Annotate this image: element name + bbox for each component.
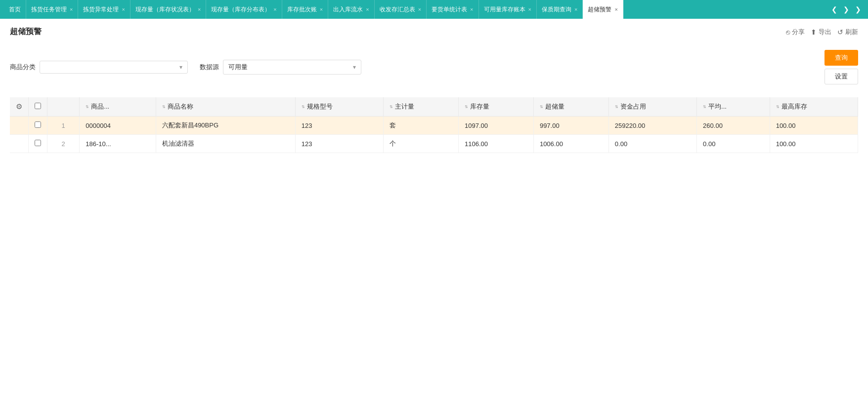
nav-tab-avail-account[interactable]: 可用量库存账本× bbox=[479, 0, 537, 19]
row-spec-1: 123 bbox=[295, 135, 383, 153]
row-overstock-qty-1: 1006.00 bbox=[533, 135, 608, 153]
nav-tab-home[interactable]: 首页 bbox=[4, 0, 26, 19]
datasource-label: 数据源 bbox=[200, 63, 219, 72]
nav-tab-exception-handle[interactable]: 拣货异常处理× bbox=[78, 0, 130, 19]
settings-button[interactable]: 设置 bbox=[825, 69, 858, 84]
col-header-gear[interactable]: ⚙ bbox=[10, 97, 29, 117]
row-stock-qty-1: 1106.00 bbox=[458, 135, 533, 153]
query-button[interactable]: 查询 bbox=[825, 50, 858, 66]
row-unit-1: 个 bbox=[384, 135, 459, 153]
close-tab-avail-account-icon[interactable]: × bbox=[528, 6, 531, 12]
table-row: 1 0000004 六配套新昌490BPG 123 套 1097.00 997.… bbox=[10, 117, 858, 135]
nav-tab-inventory-dist[interactable]: 现存量（库存分布表）× bbox=[206, 0, 282, 19]
close-tab-overstock-alert-icon[interactable]: × bbox=[614, 6, 617, 12]
row-checkbox-cell-0[interactable] bbox=[29, 117, 47, 135]
category-chevron-icon: ▾ bbox=[179, 64, 182, 71]
nav-tab-order-stats[interactable]: 要货单统计表× bbox=[427, 0, 478, 19]
row-max-stock-1: 100.00 bbox=[770, 135, 858, 153]
col-header-row-num bbox=[47, 97, 80, 117]
sort-icon-avg: ⇅ bbox=[703, 105, 706, 109]
share-icon: ⎋ bbox=[786, 28, 790, 36]
sort-icon-spec: ⇅ bbox=[302, 105, 305, 109]
col-header-product-code[interactable]: ⇅商品... bbox=[80, 97, 156, 117]
row-capital-occ-1: 0.00 bbox=[608, 135, 696, 153]
page-header: 超储预警 ⎋ 分享 ⬆ 导出 ↺ 刷新 bbox=[10, 27, 858, 37]
category-label: 商品分类 bbox=[10, 63, 36, 72]
data-table: ⚙ ⇅商品... ⇅商品名称 ⇅规格型号 ⇅主计量 bbox=[10, 97, 858, 153]
nav-tab-in-out-flow[interactable]: 出入库流水× bbox=[328, 0, 374, 19]
close-tab-order-stats-icon[interactable]: × bbox=[470, 6, 473, 12]
col-header-checkbox[interactable] bbox=[29, 97, 47, 117]
close-tab-batch-account-icon[interactable]: × bbox=[320, 6, 323, 12]
nav-prev-arrow[interactable]: ❮ bbox=[828, 0, 840, 19]
category-select[interactable]: ▾ bbox=[40, 61, 188, 74]
row-gear-cell-1 bbox=[10, 135, 29, 153]
close-tab-inventory-status-icon[interactable]: × bbox=[198, 6, 201, 12]
row-checkbox-cell-1[interactable] bbox=[29, 135, 47, 153]
row-stock-qty-0: 1097.00 bbox=[458, 117, 533, 135]
datasource-select[interactable]: 可用量 ▾ bbox=[223, 60, 361, 75]
page-container: 超储预警 ⎋ 分享 ⬆ 导出 ↺ 刷新 商品分类 ▾ 数据源 bbox=[0, 19, 868, 395]
col-header-product-name[interactable]: ⇅商品名称 bbox=[156, 97, 295, 117]
table-row: 2 186-10... 机油滤清器 123 个 1106.00 1006.00 … bbox=[10, 135, 858, 153]
sort-icon-overstock: ⇅ bbox=[540, 105, 543, 109]
table-header-row: ⚙ ⇅商品... ⇅商品名称 ⇅规格型号 ⇅主计量 bbox=[10, 97, 858, 117]
row-product-name-1: 机油滤清器 bbox=[156, 135, 295, 153]
row-avg-1: 0.00 bbox=[697, 135, 770, 153]
close-tab-task-mgmt-icon[interactable]: × bbox=[70, 6, 73, 12]
top-nav: 首页拣货任务管理×拣货异常处理×现存量（库存状况表）×现存量（库存分布表）×库存… bbox=[0, 0, 868, 19]
row-gear-cell-0 bbox=[10, 117, 29, 135]
share-button[interactable]: ⎋ 分享 bbox=[786, 28, 805, 37]
row-num-0: 1 bbox=[47, 117, 80, 135]
close-tab-exception-handle-icon[interactable]: × bbox=[122, 6, 125, 12]
row-num-1: 2 bbox=[47, 135, 80, 153]
page-actions: ⎋ 分享 ⬆ 导出 ↺ 刷新 bbox=[786, 28, 858, 37]
refresh-icon: ↺ bbox=[837, 28, 843, 36]
close-tab-quality-check-icon[interactable]: × bbox=[574, 6, 577, 12]
col-header-overstock-qty[interactable]: ⇅超储量 bbox=[533, 97, 608, 117]
row-overstock-qty-0: 997.00 bbox=[533, 117, 608, 135]
sort-icon-unit: ⇅ bbox=[390, 105, 393, 109]
nav-tab-inventory-status[interactable]: 现存量（库存状况表）× bbox=[130, 0, 206, 19]
row-product-code-0: 0000004 bbox=[80, 117, 156, 135]
datasource-value: 可用量 bbox=[228, 63, 248, 72]
row-checkbox-0[interactable] bbox=[35, 121, 41, 128]
export-icon: ⬆ bbox=[811, 28, 817, 36]
sort-icon-product-code: ⇅ bbox=[86, 105, 89, 109]
sort-icon-capital: ⇅ bbox=[615, 105, 618, 109]
col-header-max-stock[interactable]: ⇅最高库存 bbox=[770, 97, 858, 117]
page-title: 超储预警 bbox=[10, 27, 42, 37]
nav-tab-recv-send-summary[interactable]: 收发存汇总表× bbox=[375, 0, 427, 19]
row-avg-0: 260.00 bbox=[697, 117, 770, 135]
col-header-avg[interactable]: ⇅平均... bbox=[697, 97, 770, 117]
row-product-name-0: 六配套新昌490BPG bbox=[156, 117, 295, 135]
col-header-unit[interactable]: ⇅主计量 bbox=[384, 97, 459, 117]
row-checkbox-1[interactable] bbox=[35, 140, 41, 146]
filter-buttons: 查询 设置 bbox=[825, 50, 858, 84]
nav-tab-task-mgmt[interactable]: 拣货任务管理× bbox=[26, 0, 78, 19]
nav-next-arrow[interactable]: ❯ bbox=[840, 0, 852, 19]
sort-icon-max-stock: ⇅ bbox=[776, 105, 780, 109]
nav-more-arrow[interactable]: ❯ bbox=[852, 0, 864, 19]
nav-tab-quality-check[interactable]: 保质期查询× bbox=[537, 0, 583, 19]
close-tab-recv-send-summary-icon[interactable]: × bbox=[418, 6, 421, 12]
row-max-stock-0: 100.00 bbox=[770, 117, 858, 135]
row-unit-0: 套 bbox=[384, 117, 459, 135]
export-button[interactable]: ⬆ 导出 bbox=[811, 28, 831, 37]
col-header-stock-qty[interactable]: ⇅库存量 bbox=[458, 97, 533, 117]
close-tab-in-out-flow-icon[interactable]: × bbox=[366, 6, 369, 12]
row-capital-occ-0: 259220.00 bbox=[608, 117, 696, 135]
col-header-spec[interactable]: ⇅规格型号 bbox=[295, 97, 383, 117]
sort-icon-product-name: ⇅ bbox=[162, 105, 166, 109]
close-tab-inventory-dist-icon[interactable]: × bbox=[273, 6, 276, 12]
nav-tab-overstock-alert[interactable]: 超储预警× bbox=[583, 0, 623, 19]
table-gear-icon[interactable]: ⚙ bbox=[16, 102, 22, 111]
datasource-chevron-icon: ▾ bbox=[353, 64, 356, 71]
row-product-code-1: 186-10... bbox=[80, 135, 156, 153]
category-filter-group: 商品分类 ▾ bbox=[10, 61, 188, 74]
select-all-checkbox[interactable] bbox=[35, 103, 41, 109]
nav-tab-batch-account[interactable]: 库存批次账× bbox=[282, 0, 328, 19]
datasource-filter-group: 数据源 可用量 ▾ bbox=[200, 60, 361, 75]
col-header-capital-occ[interactable]: ⇅资金占用 bbox=[608, 97, 696, 117]
refresh-button[interactable]: ↺ 刷新 bbox=[837, 28, 858, 37]
